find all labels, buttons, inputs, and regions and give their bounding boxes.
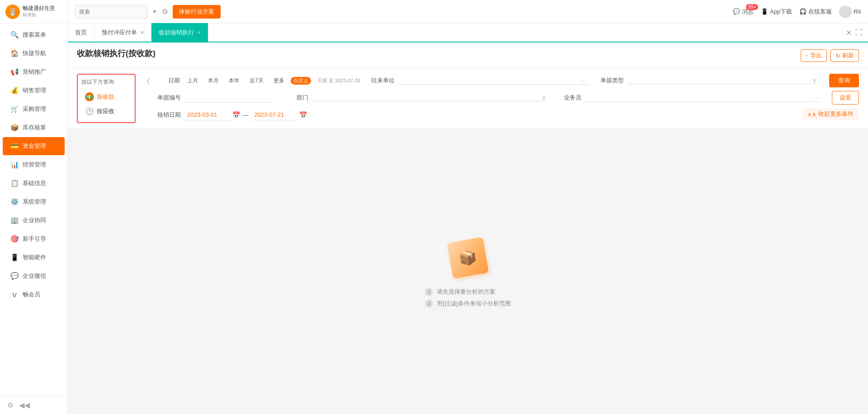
sidebar-item-label: 基础信息 [23, 179, 46, 187]
message-icon: 💬 [733, 8, 740, 15]
tab-bar: 首页 预付冲应付单 × 收款核销执行 × ✕ ⛶ [68, 24, 868, 43]
message-button[interactable]: 💬 消息 99+ [733, 8, 754, 16]
date-7days[interactable]: 近7天 [246, 76, 267, 86]
sidebar-item-shortcut[interactable]: 🏠 快捷导航 [3, 44, 65, 62]
sidebar-item-label: 资金管理 [23, 142, 46, 150]
sidebar-item-purchase[interactable]: 🛒 采购管理 [3, 100, 65, 118]
enterprise-icon: 🏢 [10, 216, 19, 225]
export-button[interactable]: ↑ 导出 [801, 49, 827, 62]
tip-2-number: 2 [425, 300, 433, 308]
filter-container: 按以下方查询 💵 按收款 🕐 按应收 《 [77, 74, 859, 123]
date-more[interactable]: 更多 [270, 76, 288, 86]
settings-icon[interactable]: ⚙ [7, 401, 14, 409]
refresh-button[interactable]: ↻ 刷新 [830, 49, 859, 62]
empty-tips: 1 请先选择要分析的方案 2 用[过滤]条件来缩小分析范围 [425, 288, 510, 308]
sidebar-item-search[interactable]: 🔍 搜索菜单 [3, 26, 65, 44]
user-profile[interactable]: Rit [839, 5, 861, 18]
operation-icon: 📊 [10, 160, 19, 169]
collapse-more-label: 收起更多条件 [818, 110, 854, 118]
sidebar-item-operation[interactable]: 📊 经营管理 [3, 156, 65, 174]
tab-receivable-label: 收款核销执行 [159, 29, 194, 37]
date-last-month[interactable]: 上月 [184, 76, 202, 86]
sidebar-item-wecom[interactable]: 💬 企业微信 [3, 267, 65, 285]
setting-button[interactable]: 设置 [832, 91, 859, 105]
online-service-label: 在线客服 [808, 8, 832, 16]
verify-date-filter: 核销日期 📅 — 📅 [157, 109, 307, 120]
partner-label: 往来单位 [371, 76, 395, 85]
sidebar-item-guide[interactable]: 🎯 新手引导 [3, 230, 65, 248]
sidebar-item-sales[interactable]: 💰 销售管理 [3, 81, 65, 100]
tab-receivable-close[interactable]: × [198, 29, 201, 36]
date-this-month[interactable]: 本月 [204, 76, 222, 86]
online-service-button[interactable]: 🎧 在线客服 [799, 8, 832, 16]
sidebar-item-marketing[interactable]: 📢 营销推广 [3, 63, 65, 81]
empty-tip-1: 1 请先选择要分析的方案 [425, 288, 510, 296]
page-content: 收款核销执行(按收款) ↑ 导出 ↻ 刷新 按以下方查询 💵 [68, 43, 868, 414]
date-this-year[interactable]: 本年 [225, 76, 243, 86]
logo-text: 畅捷通好生意 标准版 [23, 5, 55, 19]
sidebar-item-hardware[interactable]: 📱 智能硬件 [3, 248, 65, 266]
app-download-icon: 📱 [761, 8, 768, 15]
topbar-search-input[interactable] [75, 5, 147, 19]
topbar-dropdown-icon[interactable]: ▼ [152, 9, 157, 15]
sidebar-item-member[interactable]: V 畅会员 [3, 286, 65, 304]
staff-filter: 业务员 ··· [559, 94, 821, 102]
home-icon: 🏠 [10, 49, 19, 58]
close-window-icon[interactable]: ✕ [846, 29, 852, 37]
sidebar-item-system[interactable]: ⚙️ 系统管理 [3, 193, 65, 211]
sidebar: 🐰 畅捷通好生意 标准版 🔍 搜索菜单 🏠 快捷导航 📢 营销推广 💰 销售管理… [0, 0, 68, 414]
purchase-icon: 🛒 [10, 105, 19, 114]
verify-date-end-calendar-icon[interactable]: 📅 [299, 111, 307, 119]
tab-home[interactable]: 首页 [68, 23, 94, 42]
sidebar-item-inventory[interactable]: 📦 库存核算 [3, 119, 65, 137]
industry-solution-button[interactable]: 体验行业方案 [173, 5, 221, 19]
collapse-more-button[interactable]: ∧∧ 收起更多条件 [802, 108, 859, 120]
sidebar-footer: ⚙ ◀◀ [0, 396, 67, 414]
app-edition: 标准版 [23, 12, 55, 18]
sidebar-item-enterprise[interactable]: 🏢 企业协同 [3, 211, 65, 229]
tabbar-actions: ✕ ⛶ [840, 29, 868, 37]
sidebar-item-label: 智能硬件 [23, 253, 46, 262]
doctype-dropdown-icon[interactable]: ∨ [812, 77, 816, 84]
verify-date-start-input[interactable] [184, 109, 230, 120]
filter-section: 按以下方查询 💵 按收款 🕐 按应收 《 [68, 68, 868, 129]
date-hint: 不限 至 2023-07-26 [317, 77, 360, 84]
message-count: 99+ [746, 4, 758, 10]
date-filter: 日期 上月 本月 本年 近7天 更多 自定义 不限 至 2023-07-26 [157, 76, 360, 86]
topbar-gear-icon[interactable]: ⚙ [162, 7, 168, 16]
query-button[interactable]: 查询 [829, 74, 859, 87]
query-type-by-receipt[interactable]: 💵 按收款 [81, 90, 131, 104]
marketing-icon: 📢 [10, 67, 19, 76]
staff-label: 业务员 [559, 94, 581, 102]
staff-more-icon[interactable]: ··· [811, 94, 819, 101]
app-download-button[interactable]: 📱 App下载 [761, 8, 792, 16]
partner-more-icon[interactable]: ··· [580, 77, 588, 84]
tab-prepay[interactable]: 预付冲应付单 × [94, 23, 151, 42]
docno-input[interactable] [184, 93, 275, 102]
tab-prepay-close[interactable]: × [141, 29, 144, 36]
verify-date-end-input[interactable] [251, 109, 297, 120]
verify-date-start-calendar-icon[interactable]: 📅 [232, 111, 240, 119]
refresh-label: 刷新 [842, 52, 854, 60]
app-logo: 🐰 畅捷通好生意 标准版 [0, 0, 67, 24]
finance-icon: 💳 [10, 142, 19, 151]
dept-dropdown-icon[interactable]: ∨ [542, 95, 546, 101]
tip-1-number: 1 [425, 288, 433, 296]
receivable-icon: 🕐 [85, 107, 94, 116]
page-header: 收款核销执行(按收款) ↑ 导出 ↻ 刷新 [68, 43, 868, 68]
collapse-filter-icon[interactable]: 《 [141, 76, 152, 89]
empty-tip-2: 2 用[过滤]条件来缩小分析范围 [425, 300, 510, 308]
filter-fields: 日期 上月 本月 本年 近7天 更多 自定义 不限 至 2023-07-26 [157, 74, 859, 122]
sidebar-item-label: 销售管理 [23, 86, 46, 95]
date-custom-badge[interactable]: 自定义 [291, 77, 311, 85]
tip-2-text: 用[过滤]条件来缩小分析范围 [437, 300, 510, 308]
query-type-by-receivable[interactable]: 🕐 按应收 [81, 104, 131, 119]
tab-receivable[interactable]: 收款核销执行 × [151, 23, 208, 42]
logo-icon: 🐰 [5, 5, 20, 19]
export-icon: ↑ [806, 52, 809, 59]
expand-window-icon[interactable]: ⛶ [855, 29, 863, 37]
collapse-more-icon: ∧∧ [807, 111, 816, 118]
collapse-sidebar-icon[interactable]: ◀◀ [19, 401, 30, 409]
sidebar-item-finance[interactable]: 💳 资金管理 [3, 137, 65, 155]
sidebar-item-basic[interactable]: 📋 基础信息 [3, 174, 65, 192]
